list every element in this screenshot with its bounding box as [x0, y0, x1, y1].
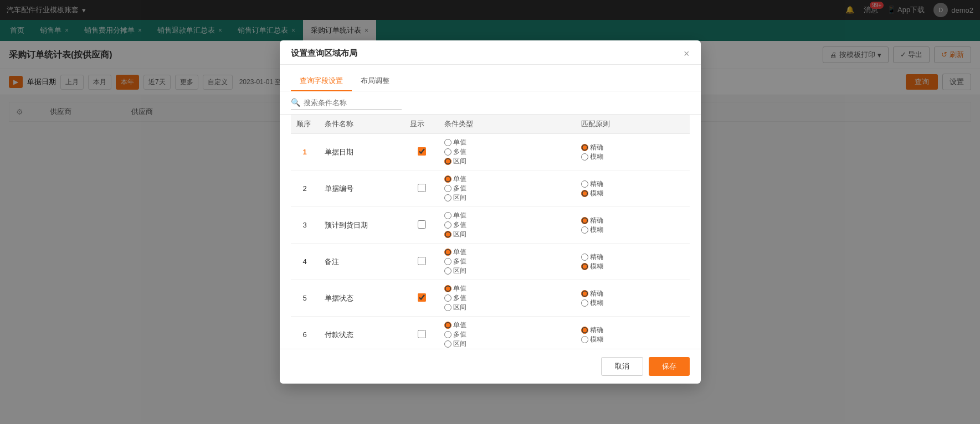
type-radio-type_single[interactable] [444, 139, 451, 146]
type-radio-type_single[interactable] [444, 212, 451, 219]
search-input[interactable] [304, 99, 402, 107]
name-cell: 单据编号 [319, 170, 404, 207]
col-header-match: 匹配原则 [576, 115, 690, 134]
display-cell[interactable] [404, 207, 439, 244]
col-header-name: 条件名称 [319, 115, 404, 134]
type-radio-label-type_single[interactable]: 单值 [444, 284, 566, 293]
display-cell[interactable] [404, 280, 439, 317]
type-radio-type_range[interactable] [444, 267, 451, 275]
display-cell[interactable] [404, 317, 439, 349]
table-row: 6付款状态单值多值区间精确模糊 [291, 317, 690, 349]
display-checkbox[interactable] [418, 330, 426, 338]
cancel-button[interactable]: 取消 [601, 357, 643, 376]
type-radio-label-type_single[interactable]: 单值 [444, 247, 566, 257]
modal-overlay: 设置查询区域布局 × 查询字段设置 布局调整 🔍 [0, 0, 980, 424]
match-radio-match_exact[interactable] [581, 180, 588, 188]
match-radio-label-match_exact[interactable]: 精确 [581, 143, 680, 152]
display-cell[interactable] [404, 170, 439, 207]
match-cell: 精确模糊 [576, 280, 690, 317]
match-radio-match_exact[interactable] [581, 290, 588, 297]
seq-cell: 1 [291, 134, 319, 170]
display-checkbox[interactable] [418, 220, 426, 229]
type-radio-label-type_range[interactable]: 区间 [444, 339, 566, 349]
match-radio-match_exact[interactable] [581, 254, 588, 261]
match-radio-match_exact[interactable] [581, 144, 588, 151]
type-radio-label-type_multi[interactable]: 多值 [444, 220, 566, 230]
modal-close-button[interactable]: × [684, 49, 690, 59]
match-radio-match_fuzzy[interactable] [581, 263, 588, 270]
match-cell: 精确模糊 [576, 244, 690, 280]
match-radio-label-match_fuzzy[interactable]: 模糊 [581, 225, 680, 235]
match-radio-match_fuzzy[interactable] [581, 190, 588, 197]
match-radio-label-match_exact[interactable]: 精确 [581, 252, 680, 262]
match-radio-match_fuzzy[interactable] [581, 299, 588, 307]
match-radio-label-match_exact[interactable]: 精确 [581, 216, 680, 225]
type-radio-label-type_range[interactable]: 区间 [444, 157, 566, 166]
match-radio-label-match_fuzzy[interactable]: 模糊 [581, 335, 680, 344]
type-cell: 单值多值区间 [439, 207, 576, 244]
type-radio-type_range[interactable] [444, 340, 451, 348]
type-radio-label-type_range[interactable]: 区间 [444, 230, 566, 239]
type-radio-type_single[interactable] [444, 249, 451, 256]
type-radio-type_range[interactable] [444, 304, 451, 311]
type-radio-type_multi[interactable] [444, 258, 451, 265]
match-radio-label-match_exact[interactable]: 精确 [581, 325, 680, 335]
match-radio-label-match_fuzzy[interactable]: 模糊 [581, 298, 680, 308]
tab-query-fields[interactable]: 查询字段设置 [291, 71, 352, 91]
display-checkbox[interactable] [418, 184, 426, 192]
type-radio-label-type_multi[interactable]: 多值 [444, 147, 566, 157]
tab-layout-adjust[interactable]: 布局调整 [352, 71, 398, 91]
search-wrap: 🔍 [291, 98, 402, 110]
type-radio-label-type_range[interactable]: 区间 [444, 266, 566, 276]
display-checkbox[interactable] [418, 257, 426, 265]
type-radio-label-type_single[interactable]: 单值 [444, 138, 566, 147]
type-radio-type_single[interactable] [444, 175, 451, 183]
match-radio-label-match_exact[interactable]: 精确 [581, 179, 680, 189]
match-radio-label-match_fuzzy[interactable]: 模糊 [581, 152, 680, 162]
type-radio-type_multi[interactable] [444, 294, 451, 302]
type-cell: 单值多值区间 [439, 134, 576, 170]
type-radio-type_range[interactable] [444, 194, 451, 201]
type-radio-label-type_range[interactable]: 区间 [444, 303, 566, 312]
type-radio-label-type_single[interactable]: 单值 [444, 174, 566, 184]
match-radio-match_fuzzy[interactable] [581, 336, 588, 343]
type-radio-type_range[interactable] [444, 158, 451, 165]
display-checkbox[interactable] [418, 293, 426, 302]
type-radio-type_range[interactable] [444, 231, 451, 238]
match-radio-label-match_fuzzy[interactable]: 模糊 [581, 262, 680, 271]
match-radio-label-match_exact[interactable]: 精确 [581, 289, 680, 298]
type-radio-type_multi[interactable] [444, 148, 451, 156]
seq-cell: 4 [291, 244, 319, 280]
name-cell: 单据日期 [319, 134, 404, 170]
type-radio-label-type_range[interactable]: 区间 [444, 193, 566, 203]
match-radio-match_exact[interactable] [581, 327, 588, 334]
type-radio-type_multi[interactable] [444, 185, 451, 192]
match-cell: 精确模糊 [576, 134, 690, 170]
table-row: 5单据状态单值多值区间精确模糊 [291, 280, 690, 317]
match-radio-label-match_fuzzy[interactable]: 模糊 [581, 189, 680, 198]
match-radio-match_fuzzy[interactable] [581, 226, 588, 234]
name-cell: 预计到货日期 [319, 207, 404, 244]
type-radio-type_single[interactable] [444, 322, 451, 329]
display-cell[interactable] [404, 134, 439, 170]
type-radio-type_single[interactable] [444, 285, 451, 292]
type-radio-label-type_multi[interactable]: 多值 [444, 293, 566, 303]
type-radio-label-type_multi[interactable]: 多值 [444, 257, 566, 266]
page-content: 采购订单统计表(按供应商) 🖨 按模板打印 ▾ ✓ 导出 ↺ 刷新 ▶ 单据日期… [0, 41, 980, 424]
table-row: 2单据编号单值多值区间精确模糊 [291, 170, 690, 207]
save-button[interactable]: 保存 [649, 357, 690, 376]
match-radio-match_exact[interactable] [581, 217, 588, 224]
type-radio-label-type_single[interactable]: 单值 [444, 320, 566, 330]
name-cell: 单据状态 [319, 280, 404, 317]
type-radio-label-type_single[interactable]: 单值 [444, 211, 566, 220]
match-radio-match_fuzzy[interactable] [581, 153, 588, 161]
type-radio-label-type_multi[interactable]: 多值 [444, 330, 566, 339]
modal-header: 设置查询区域布局 × [280, 40, 701, 65]
display-checkbox[interactable] [418, 147, 426, 156]
type-radio-type_multi[interactable] [444, 221, 451, 229]
display-cell[interactable] [404, 244, 439, 280]
type-radio-type_multi[interactable] [444, 331, 451, 338]
type-radio-label-type_multi[interactable]: 多值 [444, 184, 566, 193]
match-cell: 精确模糊 [576, 170, 690, 207]
seq-cell: 6 [291, 317, 319, 349]
